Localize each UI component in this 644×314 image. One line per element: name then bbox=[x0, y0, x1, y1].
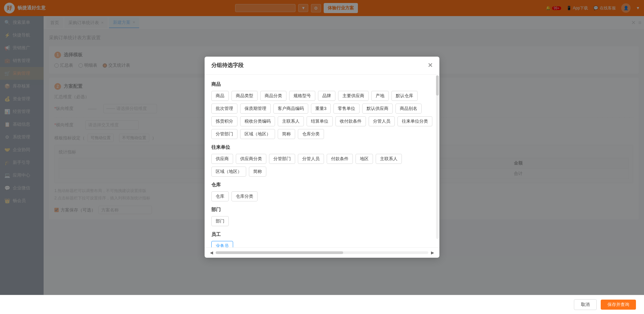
section-title-counterpart: 往来单位 bbox=[211, 144, 433, 150]
field-tag-goods-type[interactable]: 商品类型 bbox=[231, 91, 258, 101]
field-tag-warehouse[interactable]: 仓库 bbox=[211, 191, 229, 201]
field-tag-weight3[interactable]: 重量3 bbox=[311, 104, 331, 114]
hscroll-track bbox=[216, 251, 428, 254]
field-tag-goods[interactable]: 商品 bbox=[211, 91, 229, 101]
field-tag-short-name[interactable]: 简称 bbox=[278, 129, 295, 139]
field-tag-shelf-life[interactable]: 保质期管理 bbox=[240, 104, 271, 114]
field-tag-counterpart-category[interactable]: 往来单位分类 bbox=[397, 116, 432, 126]
field-tag-payment-condition[interactable]: 付款条件 bbox=[327, 154, 353, 164]
field-tag-batch-mgmt[interactable]: 批次管理 bbox=[211, 104, 237, 114]
field-tags-goods: 商品 商品类型 商品分类 规格型号 品牌 主要供应商 产地 默认仓库 批次管理 … bbox=[211, 91, 433, 139]
modal-header: 分组待选字段 ✕ bbox=[205, 57, 439, 75]
field-tag-warehouse-category[interactable]: 仓库分类 bbox=[298, 129, 324, 139]
section-title-goods: 商品 bbox=[211, 81, 433, 87]
field-tag-area[interactable]: 地区 bbox=[356, 154, 373, 164]
field-tag-default-warehouse[interactable]: 默认仓库 bbox=[391, 91, 418, 101]
field-tag-dept-cp[interactable]: 分管部门 bbox=[269, 154, 295, 164]
field-tags-warehouse: 仓库 仓库分类 bbox=[211, 191, 433, 201]
field-tag-tax-code[interactable]: 税收分类编码 bbox=[240, 116, 275, 126]
field-tag-settlement-unit[interactable]: 结算单位 bbox=[307, 116, 333, 126]
field-tag-origin[interactable]: 产地 bbox=[371, 91, 389, 101]
field-tag-short-name-cp[interactable]: 简称 bbox=[249, 167, 266, 177]
modal-dialog: 分组待选字段 ✕ 商品 商品 商品类型 商品分类 规格型号 品牌 主要供应商 产… bbox=[205, 57, 439, 258]
modal-vscroll-track bbox=[436, 75, 439, 239]
field-tag-spec[interactable]: 规格型号 bbox=[289, 91, 315, 101]
field-tag-supervisor[interactable]: 分管人员 bbox=[369, 116, 395, 126]
hscroll-thumb bbox=[216, 251, 343, 254]
modal-vscroll-thumb bbox=[436, 75, 439, 96]
field-tag-payment-terms[interactable]: 收付款条件 bbox=[335, 116, 366, 126]
field-tag-salesperson[interactable]: 业务员 bbox=[211, 241, 233, 247]
section-title-dept: 部门 bbox=[211, 207, 433, 213]
field-tag-customer-code[interactable]: 客户商品编码 bbox=[273, 104, 308, 114]
field-tag-supplier-category[interactable]: 供应商分类 bbox=[236, 154, 266, 164]
field-tag-goods-alias[interactable]: 商品别名 bbox=[395, 104, 422, 114]
field-tag-main-contact[interactable]: 主联系人 bbox=[278, 116, 304, 126]
modal-body: 商品 商品 商品类型 商品分类 规格型号 品牌 主要供应商 产地 默认仓库 批次… bbox=[205, 75, 439, 247]
modal-close-btn[interactable]: ✕ bbox=[428, 62, 433, 68]
field-tag-person-cp[interactable]: 分管人员 bbox=[298, 154, 324, 164]
field-tag-warehouse-cat[interactable]: 仓库分类 bbox=[231, 191, 258, 201]
field-tag-region-cp[interactable]: 区域（地区） bbox=[211, 167, 246, 177]
field-tag-region-goods[interactable]: 区域（地区） bbox=[240, 129, 275, 139]
field-tag-goods-category[interactable]: 商品分类 bbox=[260, 91, 286, 101]
field-tags-counterpart: 供应商 供应商分类 分管部门 分管人员 付款条件 地区 主联系人 区域（地区） … bbox=[211, 154, 433, 177]
page-footer: 取消 保存并查询 bbox=[0, 295, 644, 314]
field-tag-default-supplier[interactable]: 默认供应商 bbox=[362, 104, 393, 114]
hscroll-right-arrow[interactable]: ▶ bbox=[430, 250, 435, 255]
hscroll-left-arrow[interactable]: ◀ bbox=[209, 250, 214, 255]
field-tag-pick-points[interactable]: 拣货积分 bbox=[211, 116, 237, 126]
modal-overlay: 分组待选字段 ✕ 商品 商品 商品类型 商品分类 规格型号 品牌 主要供应商 产… bbox=[0, 0, 644, 314]
field-tag-retail-unit[interactable]: 零售单位 bbox=[333, 104, 360, 114]
field-tag-dept-managed[interactable]: 分管部门 bbox=[211, 129, 237, 139]
save-query-button[interactable]: 保存并查询 bbox=[601, 300, 636, 310]
section-title-staff: 员工 bbox=[211, 232, 433, 238]
field-tag-supplier[interactable]: 供应商 bbox=[211, 154, 233, 164]
field-tag-dept[interactable]: 部门 bbox=[211, 216, 229, 226]
field-tags-staff: 业务员 bbox=[211, 241, 433, 247]
modal-title: 分组待选字段 bbox=[211, 62, 244, 69]
field-tag-main-supplier[interactable]: 主要供应商 bbox=[338, 91, 369, 101]
field-tag-main-contact-cp[interactable]: 主联系人 bbox=[376, 154, 402, 164]
field-tag-brand[interactable]: 品牌 bbox=[318, 91, 335, 101]
field-tags-dept: 部门 bbox=[211, 216, 433, 226]
cancel-button[interactable]: 取消 bbox=[574, 299, 597, 310]
modal-hscroll: ◀ ▶ bbox=[205, 247, 439, 258]
section-title-warehouse: 仓库 bbox=[211, 182, 433, 188]
